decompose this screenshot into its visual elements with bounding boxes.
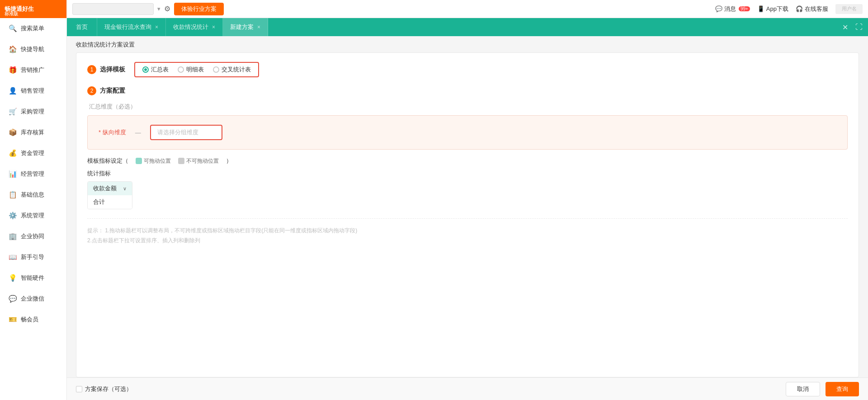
radio-summary-label: 汇总表 [151, 66, 169, 74]
sidebar-item-new-guide[interactable]: 📖 新手引导 [0, 247, 66, 268]
member-icon: 🎫 [8, 315, 17, 324]
sidebar-logo: 畅捷通好生 标准版 [0, 0, 66, 18]
cancel-button[interactable]: 取消 [786, 382, 820, 396]
dimension-section-text: 汇总维度（必选） [89, 103, 136, 110]
industry-plan-button[interactable]: 体验行业方案 [174, 3, 224, 15]
config-section: 2 方案配置 汇总维度（必选） 纵向维度 — 请选择分组维度 [87, 86, 848, 245]
finance-icon: 💰 [8, 149, 17, 158]
sidebar-item-finance[interactable]: 💰 资金管理 [0, 143, 66, 164]
radio-cross[interactable]: 交叉统计表 [213, 66, 251, 74]
sidebar-item-enterprise-wechat[interactable]: 💬 企业微信 [0, 288, 66, 309]
stat-card: 收款金额 ∨ 合计 [87, 181, 132, 209]
notification-badge: 99+ [739, 6, 750, 11]
sidebar: 畅捷通好生 标准版 🔍 搜索菜单 🏠 快捷导航 🎁 营销推广 👤 销售管理 🛒 … [0, 0, 67, 400]
dropdown-icon[interactable]: ▾ [157, 5, 160, 12]
metrics-section: 模板指标设定（ 可拖动位置 不可拖动位置 ） 统计指标 [87, 157, 848, 209]
bottom-buttons: 取消 查询 [786, 382, 859, 396]
radio-summary-btn[interactable] [142, 66, 149, 73]
sidebar-item-label: 搜索菜单 [21, 24, 44, 33]
dimension-arrow: — [135, 129, 141, 136]
sidebar-item-inventory[interactable]: 📦 库存核算 [0, 122, 66, 143]
save-checkbox[interactable] [76, 386, 82, 392]
sidebar-item-search-menu[interactable]: 🔍 搜索菜单 [0, 18, 66, 39]
sidebar-item-purchase[interactable]: 🛒 采购管理 [0, 101, 66, 122]
page-title: 收款情况统计方案设置 [76, 41, 135, 48]
header-left: ▾ ⚙ 体验行业方案 [72, 3, 224, 15]
marketing-icon: 🎁 [8, 66, 17, 75]
enterprise-wechat-icon: 💬 [8, 294, 17, 303]
top-header: ▾ ⚙ 体验行业方案 💬 消息 99+ 📱 App下载 🎧 在线客服 用户名 [67, 0, 868, 18]
sidebar-item-sales[interactable]: 👤 销售管理 [0, 80, 66, 101]
tab-new-plan-close[interactable]: × [257, 24, 260, 30]
sales-icon: 👤 [8, 86, 17, 95]
section2-title: 方案配置 [100, 87, 125, 95]
non-draggable-label: 不可拖动位置 [186, 157, 219, 165]
sidebar-item-label: 采购管理 [21, 108, 44, 116]
tab-bank-query-label: 现金银行流水查询 [104, 23, 151, 31]
radio-cross-btn[interactable] [213, 66, 219, 73]
sidebar-item-label: 企业微信 [21, 295, 44, 303]
sidebar-item-label: 系统管理 [21, 212, 44, 220]
support-icon: 🎧 [796, 5, 803, 12]
basic-info-icon: 📋 [8, 190, 17, 199]
metrics-label: 模板指标设定（ [87, 157, 128, 165]
section2-header: 2 方案配置 [87, 86, 848, 95]
app-download[interactable]: 📱 App下载 [757, 5, 788, 13]
new-guide-icon: 📖 [8, 253, 17, 262]
tab-bar-actions: ✕ ⛶ [840, 18, 868, 36]
tab-maximize-btn[interactable]: ⛶ [854, 21, 864, 33]
radio-detail-btn[interactable] [178, 66, 184, 73]
sidebar-item-label: 新手引导 [21, 253, 44, 261]
non-draggable-indicator [178, 158, 184, 164]
dimension-row: 纵向维度 — 请选择分组维度 [99, 125, 836, 140]
system-icon: ⚙️ [8, 211, 17, 220]
sidebar-item-label: 销售管理 [21, 87, 44, 95]
quick-nav-icon: 🏠 [8, 45, 17, 54]
tab-bank-query[interactable]: 现金银行流水查询 × [97, 18, 166, 36]
breadcrumb-input[interactable] [72, 3, 154, 15]
tab-collection-stats[interactable]: 收款情况统计 × [166, 18, 223, 36]
sidebar-item-basic-info[interactable]: 📋 基础信息 [0, 184, 66, 205]
sidebar-item-label: 经营管理 [21, 170, 44, 178]
settings-icon[interactable]: ⚙ [164, 5, 170, 13]
sidebar-item-member[interactable]: 🎫 畅会员 [0, 309, 66, 330]
sidebar-item-label: 快捷导航 [21, 45, 44, 53]
tab-new-plan[interactable]: 新建方案 × [223, 18, 268, 36]
tab-collection-stats-close[interactable]: × [212, 24, 215, 30]
tab-new-plan-label: 新建方案 [230, 23, 254, 31]
dimension-input-box[interactable]: 请选择分组维度 [150, 125, 222, 140]
sidebar-item-label: 库存核算 [21, 128, 44, 136]
sidebar-item-label: 资金管理 [21, 149, 44, 157]
radio-detail-label: 明细表 [186, 66, 204, 74]
bottom-bar: 方案保存（可选） 取消 查询 [67, 377, 868, 400]
tab-close-window-btn[interactable]: ✕ [840, 21, 850, 33]
app-download-label: App下载 [766, 5, 788, 13]
tab-bar: 首页 现金银行流水查询 × 收款情况统计 × 新建方案 × ✕ ⛶ [67, 18, 868, 36]
stat-card-body: 合计 [88, 195, 132, 209]
stat-card-chevron[interactable]: ∨ [123, 186, 127, 192]
sidebar-item-enterprise-coop[interactable]: 🏢 企业协同 [0, 226, 66, 247]
main-content: ▾ ⚙ 体验行业方案 💬 消息 99+ 📱 App下载 🎧 在线客服 用户名 [67, 0, 868, 400]
tab-home-label: 首页 [76, 23, 88, 31]
sidebar-item-system[interactable]: ⚙️ 系统管理 [0, 205, 66, 226]
online-support[interactable]: 🎧 在线客服 [796, 5, 828, 13]
non-draggable-toggle: 不可拖动位置 [178, 157, 219, 165]
notification-area[interactable]: 💬 消息 99+ [715, 5, 750, 13]
tab-home[interactable]: 首页 [67, 18, 97, 36]
stat-card-header[interactable]: 收款金额 ∨ [88, 182, 132, 195]
tab-bank-query-close[interactable]: × [155, 24, 158, 30]
section1-header: 1 选择模板 汇总表 明细表 交 [87, 62, 848, 77]
save-label: 方案保存（可选） [85, 385, 132, 393]
radio-summary[interactable]: 汇总表 [142, 66, 169, 74]
query-button[interactable]: 查询 [826, 382, 859, 396]
user-avatar[interactable]: 用户名 [835, 4, 863, 14]
app-download-icon: 📱 [757, 5, 764, 12]
sidebar-item-marketing[interactable]: 🎁 营销推广 [0, 60, 66, 80]
radio-detail[interactable]: 明细表 [178, 66, 204, 74]
sidebar-item-quick-nav[interactable]: 🏠 快捷导航 [0, 39, 66, 60]
sidebar-item-smart-hardware[interactable]: 💡 智能硬件 [0, 268, 66, 288]
page-title-bar: 收款情况统计方案设置 [67, 36, 868, 52]
sidebar-item-operations[interactable]: 📊 经营管理 [0, 164, 66, 184]
support-label: 在线客服 [805, 5, 828, 13]
vertical-dimension-label: 纵向维度 [99, 128, 126, 136]
